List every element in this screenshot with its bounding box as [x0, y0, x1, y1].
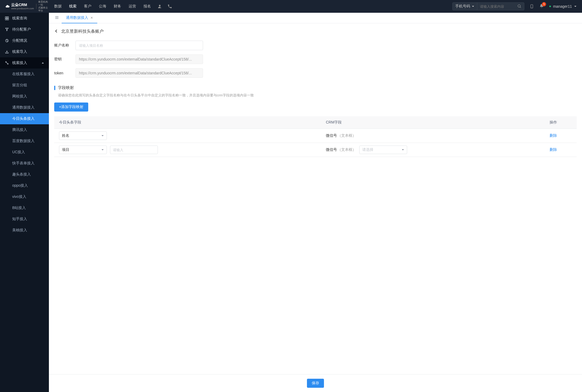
search-input[interactable]	[477, 5, 514, 8]
notification-button[interactable]: 5	[539, 4, 544, 9]
svg-rect-5	[7, 17, 9, 18]
chevron-down-icon	[402, 148, 404, 152]
user-menu[interactable]: manager11	[549, 4, 577, 8]
collapse-menu-button[interactable]	[52, 15, 62, 20]
top-right: 手机号码 5 manager11	[452, 2, 577, 10]
nav-customer[interactable]: 客户	[84, 3, 91, 10]
chevron-up-icon	[41, 61, 44, 65]
chevron-down-icon	[101, 148, 104, 152]
search-icon	[517, 4, 521, 8]
top-icons-group	[157, 4, 172, 9]
nav-clue[interactable]: 线索	[69, 3, 77, 10]
delete-row-button[interactable]: 删除	[550, 133, 557, 138]
sidebar-item-allocation[interactable]: 分配情况	[0, 35, 49, 46]
status-dot	[549, 6, 551, 7]
connect-icon	[5, 61, 9, 65]
sidebar-sub-toutiao[interactable]: 今日头条接入	[0, 113, 49, 124]
form-row-account: 账户名称	[54, 41, 577, 50]
section-desc: 请确保您在此填写的头条自定义字段名称与在今日头条平台中自定义的字段名称一致，并且…	[54, 93, 577, 98]
nav-operation[interactable]: 运营	[129, 3, 136, 10]
breadcrumb: 北京昱新科技头条账户	[54, 29, 577, 34]
table-row: 姓名 微信号 （文本框） 删除	[54, 129, 577, 143]
nav-finance[interactable]: 财务	[114, 3, 121, 10]
token-label: token	[54, 71, 75, 75]
filter-icon	[5, 27, 9, 32]
delete-row-button[interactable]: 删除	[550, 147, 557, 152]
mobile-icon[interactable]	[530, 4, 534, 9]
chevron-left-icon	[54, 29, 58, 33]
sidebar-sub-meiyou[interactable]: 美柚接入	[0, 225, 49, 236]
footer: 保存	[49, 374, 582, 392]
logo-area: 云朵CRM www.yunduocrm.com 教育机构一站 式服务云平台	[5, 1, 49, 12]
secret-label: 密钥	[54, 57, 75, 62]
table-row: 项目 微信号 （文本框）	[54, 143, 577, 157]
sidebar-sub-vivo[interactable]: vivo接入	[0, 191, 49, 202]
grid-icon	[5, 16, 9, 20]
sidebar-sub-message-group[interactable]: 留言分组	[0, 80, 49, 91]
sidebar-sub-kuaishou[interactable]: 快手表单接入	[0, 158, 49, 169]
secret-value[interactable]: https://crm.yunduocrm.com/externalData/s…	[75, 54, 203, 64]
menu-collapse-icon	[55, 15, 59, 20]
toutiao-field-select[interactable]: 项目	[59, 146, 107, 154]
cloud-logo-icon	[5, 3, 10, 9]
content-area: 北京昱新科技头条账户 账户名称 密钥 https://crm.yunduocrm…	[49, 23, 582, 374]
logo-brand-text: 云朵CRM	[11, 3, 34, 7]
nav-enroll[interactable]: 报名	[144, 3, 151, 10]
account-name-input[interactable]	[75, 41, 203, 50]
extra-field-input[interactable]	[110, 146, 158, 154]
sidebar-item-pending[interactable]: 待分配客户	[0, 24, 49, 35]
nav-public[interactable]: 公海	[99, 3, 106, 10]
sidebar-sub-baidu[interactable]: 百度数据接入	[0, 135, 49, 147]
svg-point-9	[6, 62, 7, 63]
crm-field-select[interactable]: 请选择	[359, 146, 407, 154]
form-row-token: token https://crm.yunduocrm.com/external…	[54, 68, 577, 78]
logo-sub-text: www.yunduocrm.com	[11, 7, 34, 10]
sidebar-sub-uc[interactable]: UC接入	[0, 147, 49, 158]
col-toutiao-field: 今日头条字段	[54, 116, 321, 129]
phone-icon[interactable]	[167, 4, 172, 9]
svg-rect-4	[5, 17, 7, 18]
main-area: 通用数据接入 ✕ 北京昱新科技头条账户 账户名称 密钥 https://crm.…	[49, 13, 582, 392]
tab-close-button[interactable]: ✕	[90, 16, 93, 20]
user-add-icon[interactable]	[157, 4, 162, 9]
save-button[interactable]: 保存	[307, 379, 324, 388]
sidebar-sub-bilibili[interactable]: B站接入	[0, 202, 49, 214]
account-label: 账户名称	[54, 43, 75, 48]
import-icon	[5, 50, 9, 54]
sidebar-sub-tencent[interactable]: 腾讯接入	[0, 124, 49, 135]
token-value[interactable]: https://crm.yunduocrm.com/externalData/s…	[75, 68, 203, 78]
sidebar-item-access[interactable]: 线索接入	[0, 57, 49, 69]
svg-point-0	[159, 5, 161, 6]
svg-rect-6	[5, 19, 7, 20]
username: manager11	[553, 4, 572, 8]
tab-generic-data[interactable]: 通用数据接入 ✕	[62, 13, 97, 23]
logo-desc: 教育机构一站 式服务云平台	[38, 1, 49, 12]
sidebar-sub-school[interactable]: 网校接入	[0, 91, 49, 102]
sidebar-sub-generic[interactable]: 通用数据接入	[0, 102, 49, 113]
sidebar-sub-oppo[interactable]: oppo接入	[0, 180, 49, 191]
sidebar-item-import[interactable]: 线索导入	[0, 46, 49, 57]
chevron-down-icon	[574, 5, 577, 8]
sidebar-sub-zhihu[interactable]: 知乎接入	[0, 214, 49, 225]
nav-data[interactable]: 数据	[54, 3, 62, 10]
col-crm-field: CRM字段	[321, 116, 545, 129]
chevron-down-icon	[472, 5, 474, 8]
crm-field-display: 微信号 （文本框）	[326, 147, 356, 152]
back-button[interactable]	[54, 29, 58, 34]
toutiao-field-select[interactable]: 姓名	[59, 131, 107, 140]
form-row-secret: 密钥 https://crm.yunduocrm.com/externalDat…	[54, 54, 577, 64]
sidebar-item-clue-query[interactable]: 线索查询	[0, 13, 49, 24]
search-type-select[interactable]: 手机号码	[453, 3, 477, 10]
search-button[interactable]	[514, 4, 524, 9]
add-mapping-button[interactable]: +添加字段映射	[54, 103, 88, 112]
top-nav: 数据 线索 客户 公海 财务 运营 报名	[54, 3, 151, 10]
notification-badge: 5	[542, 2, 546, 6]
sidebar: 线索查询 待分配客户 分配情况 线索导入 线索接入 在线客服接入 留言分组 网校…	[0, 13, 49, 392]
top-header: 云朵CRM www.yunduocrm.com 教育机构一站 式服务云平台 数据…	[0, 0, 582, 13]
section-bar	[54, 86, 55, 90]
pie-icon	[5, 39, 9, 43]
sidebar-sub-qutoutiao[interactable]: 趣头条接入	[0, 169, 49, 180]
col-action: 操作	[545, 116, 577, 129]
sidebar-sub-online-service[interactable]: 在线客服接入	[0, 69, 49, 80]
svg-point-2	[518, 5, 520, 7]
